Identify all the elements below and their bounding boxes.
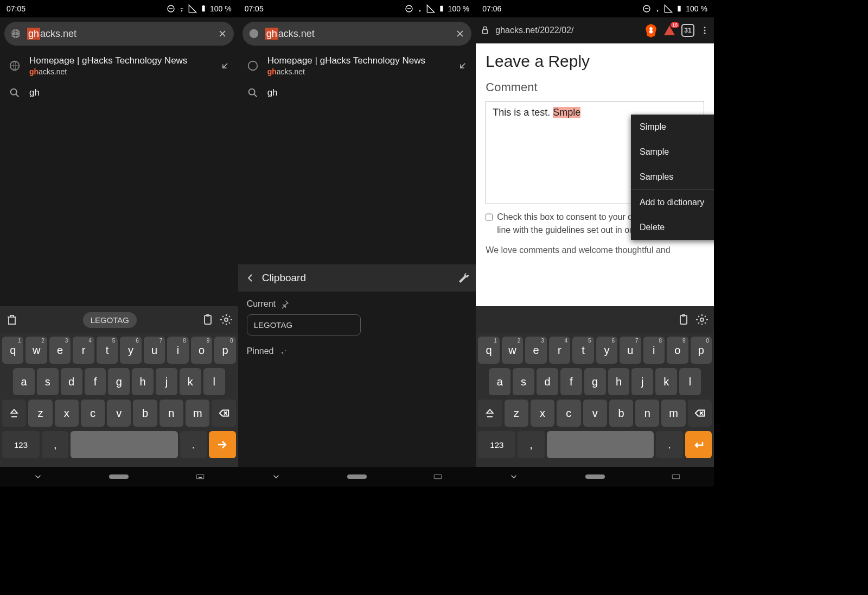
key[interactable]: z (28, 400, 52, 427)
key[interactable]: i8 (167, 337, 188, 364)
key[interactable]: z (505, 400, 528, 427)
suggestion-search[interactable]: gh (4, 81, 234, 104)
wrench-icon[interactable] (457, 271, 470, 284)
clipboard-item[interactable]: LEGOTAG (247, 314, 361, 336)
key[interactable] (478, 400, 502, 427)
key[interactable]: t5 (97, 337, 118, 364)
key[interactable]: r4 (549, 337, 570, 364)
key[interactable]: h (608, 368, 630, 395)
delete-word[interactable]: Delete (631, 215, 714, 240)
key[interactable]: q1 (478, 337, 499, 364)
gear-icon[interactable] (220, 313, 233, 326)
key[interactable]: x (531, 400, 554, 427)
key[interactable]: m (186, 400, 209, 427)
key[interactable]: k (655, 368, 677, 395)
chevron-down-icon[interactable] (509, 472, 519, 482)
key[interactable]: y6 (596, 337, 617, 364)
key[interactable]: c (557, 400, 580, 427)
delete-icon[interactable] (5, 313, 18, 326)
key[interactable]: f (85, 368, 106, 395)
keyboard-switch-icon[interactable] (433, 472, 443, 482)
key[interactable]: v (107, 400, 131, 427)
key[interactable]: g (108, 368, 130, 395)
clear-icon[interactable] (454, 28, 466, 40)
suggestion-site[interactable]: Homepage | gHacks Technology News ghacks… (4, 50, 234, 81)
shields-icon[interactable]: 16 (663, 24, 676, 36)
key[interactable]: i8 (643, 337, 665, 364)
key[interactable]: n (635, 400, 659, 427)
key[interactable] (212, 400, 235, 427)
key[interactable]: a (489, 368, 510, 395)
key[interactable]: . (180, 431, 207, 458)
key[interactable] (688, 400, 712, 427)
tabs-button[interactable]: 31 (681, 24, 694, 37)
key[interactable]: e3 (525, 337, 546, 364)
spell-suggestion[interactable]: Samples (631, 164, 714, 189)
key[interactable]: g (584, 368, 606, 395)
key[interactable] (685, 431, 712, 458)
back-arrow-icon[interactable] (244, 271, 257, 284)
key[interactable]: e3 (49, 337, 71, 364)
key[interactable]: v (583, 400, 607, 427)
suggestion-site[interactable]: Homepage | gHacks Technology News ghacks… (242, 50, 472, 81)
home-pill[interactable] (585, 474, 605, 479)
key[interactable]: j (631, 368, 653, 395)
key[interactable]: l (679, 368, 701, 395)
key[interactable]: r4 (73, 337, 94, 364)
key[interactable]: o9 (191, 337, 212, 364)
key[interactable]: d (61, 368, 82, 395)
key[interactable]: 123 (478, 431, 515, 458)
comment-textarea[interactable]: This is a test. Smple Simple Sample Samp… (486, 101, 704, 204)
key[interactable]: w2 (502, 337, 523, 364)
home-pill[interactable] (109, 474, 129, 479)
spell-suggestion[interactable]: Sample (631, 140, 714, 164)
key[interactable]: p0 (214, 337, 235, 364)
chevron-down-icon[interactable] (33, 472, 43, 482)
add-to-dictionary[interactable]: Add to dictionary (631, 189, 714, 215)
spell-suggestion[interactable]: Simple (631, 115, 714, 140)
clipboard-icon[interactable] (677, 313, 690, 326)
key[interactable] (547, 431, 654, 458)
key[interactable]: , (518, 431, 544, 458)
key[interactable]: p0 (691, 337, 712, 364)
key[interactable]: m (661, 400, 685, 427)
misspelled-word[interactable]: Smple (553, 107, 580, 118)
chevron-down-icon[interactable] (271, 472, 281, 482)
url-text[interactable]: ghacks.net/2022/02/ (495, 26, 639, 35)
brave-icon[interactable] (644, 23, 658, 37)
pin-icon[interactable] (280, 299, 290, 309)
key[interactable] (71, 431, 177, 458)
clear-icon[interactable] (216, 28, 228, 40)
key[interactable]: , (42, 431, 68, 458)
key[interactable]: s (513, 368, 534, 395)
key[interactable]: o9 (667, 337, 688, 364)
address-bar[interactable]: ghacks.net (4, 22, 234, 46)
key[interactable]: l (203, 368, 225, 395)
gear-icon[interactable] (695, 313, 709, 326)
key[interactable]: k (180, 368, 201, 395)
keyboard-switch-icon[interactable] (671, 472, 681, 482)
key[interactable]: . (656, 431, 682, 458)
key[interactable]: u7 (144, 337, 165, 364)
home-pill[interactable] (347, 474, 367, 479)
suggestion-search[interactable]: gh (242, 81, 472, 104)
key[interactable]: u7 (620, 337, 641, 364)
key[interactable]: 123 (2, 431, 40, 458)
key[interactable]: n (159, 400, 183, 427)
key[interactable]: d (537, 368, 558, 395)
key[interactable]: y6 (120, 337, 141, 364)
key[interactable]: h (132, 368, 154, 395)
key[interactable] (2, 400, 26, 427)
key[interactable]: s (37, 368, 59, 395)
consent-input[interactable] (486, 213, 493, 221)
key[interactable]: c (81, 400, 105, 427)
key[interactable]: b (609, 400, 633, 427)
insert-arrow-icon[interactable] (220, 60, 231, 71)
key[interactable]: q1 (2, 337, 23, 364)
key[interactable]: f (560, 368, 582, 395)
address-bar[interactable]: ghacks.net (242, 22, 472, 46)
key[interactable]: a (13, 368, 35, 395)
key[interactable]: w2 (25, 337, 47, 364)
key[interactable] (209, 431, 235, 458)
suggestion-chip[interactable]: LEGOTAG (83, 312, 137, 328)
